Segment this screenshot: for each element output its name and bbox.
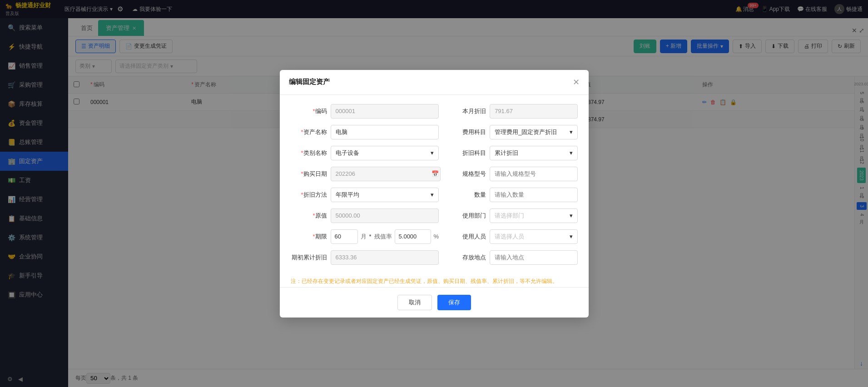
field-department: 使用部门 请选择部门 ▾ xyxy=(450,208,577,223)
residual-rate-unit: % xyxy=(434,233,439,240)
form-col-left: *编码 *资产名称 *类别名称 xyxy=(291,104,439,265)
monthly-dep-input xyxy=(490,104,577,119)
field-initial-dep: 期初累计折旧 xyxy=(291,250,439,265)
field-dep-subject: 折旧科目 累计折旧 ▾ xyxy=(450,146,577,160)
dialog-header: 编辑固定资产 ✕ xyxy=(280,70,589,95)
expense-subject-value: 管理费用_固定资产折旧 xyxy=(495,128,557,136)
dep-method-value: 年限平均 xyxy=(336,191,359,199)
category-label: *类别名称 xyxy=(291,149,327,157)
department-placeholder: 请选择部门 xyxy=(495,212,524,220)
chevron-down-icon2: ▾ xyxy=(431,149,434,156)
initial-dep-label: 期初累计折旧 xyxy=(291,253,327,262)
field-purchase-date: *购买日期 📅 xyxy=(291,167,439,181)
user-placeholder: 请选择人员 xyxy=(495,233,524,241)
monthly-dep-label: 本月折旧 xyxy=(450,107,486,115)
calendar-icon[interactable]: 📅 xyxy=(432,170,439,177)
modal-overlay: 编辑固定资产 ✕ *编码 *资产名称 xyxy=(0,0,868,387)
field-storage: 存放地点 xyxy=(450,250,577,265)
chevron-down-icon5: ▾ xyxy=(570,149,573,156)
dialog-title: 编辑固定资产 xyxy=(289,78,330,86)
user-select[interactable]: 请选择人员 ▾ xyxy=(490,229,577,244)
category-value: 电子设备 xyxy=(336,149,359,157)
quantity-input[interactable] xyxy=(490,188,577,202)
note-text: 注：已经存在变更记录或者对应固定资产已经生成凭证，原值、购买日期、残值率、累计折… xyxy=(291,278,558,284)
asset-name-label: *资产名称 xyxy=(291,128,327,136)
expense-subject-label: 费用科目 xyxy=(450,128,486,136)
category-select[interactable]: 电子设备 ▾ xyxy=(331,146,439,160)
field-asset-name: *资产名称 xyxy=(291,125,439,139)
original-value-label: *原值 xyxy=(291,212,327,220)
asset-name-input[interactable] xyxy=(331,125,439,139)
field-period: *期限 月 * 残值率 % xyxy=(291,229,439,244)
dialog-footer: 取消 保存 xyxy=(280,287,589,318)
original-value-input[interactable] xyxy=(331,208,439,223)
purchase-date-input[interactable] xyxy=(331,167,441,181)
storage-input[interactable] xyxy=(490,250,577,265)
storage-label: 存放地点 xyxy=(450,253,486,262)
dep-subject-value: 累计折旧 xyxy=(495,149,518,157)
dep-subject-select[interactable]: 累计折旧 ▾ xyxy=(490,146,577,160)
field-user: 使用人员 请选择人员 ▾ xyxy=(450,229,577,244)
code-input[interactable] xyxy=(331,104,439,119)
dialog-note: 注：已经存在变更记录或者对应固定资产已经生成凭证，原值、购买日期、残值率、累计折… xyxy=(280,274,589,287)
edit-asset-dialog: 编辑固定资产 ✕ *编码 *资产名称 xyxy=(280,70,589,318)
expense-subject-select[interactable]: 管理费用_固定资产折旧 ▾ xyxy=(490,125,577,139)
form-grid: *编码 *资产名称 *类别名称 xyxy=(291,104,578,265)
residual-rate-label: 残值率 xyxy=(374,233,392,241)
field-monthly-dep: 本月折旧 xyxy=(450,104,577,119)
cancel-button[interactable]: 取消 xyxy=(397,295,432,310)
save-button[interactable]: 保存 xyxy=(437,295,471,310)
initial-dep-input[interactable] xyxy=(331,250,439,265)
dep-method-select[interactable]: 年限平均 ▾ xyxy=(331,188,439,202)
purchase-date-label: *购买日期 xyxy=(291,170,327,178)
department-select[interactable]: 请选择部门 ▾ xyxy=(490,208,577,223)
dep-subject-label: 折旧科目 xyxy=(450,149,486,157)
department-label: 使用部门 xyxy=(450,212,486,220)
field-spec: 规格型号 xyxy=(450,167,577,181)
quantity-label: 数量 xyxy=(450,191,486,199)
chevron-down-icon7: ▾ xyxy=(570,233,573,240)
spec-label: 规格型号 xyxy=(450,170,486,178)
dialog-close-btn[interactable]: ✕ xyxy=(573,77,580,87)
code-label: *编码 xyxy=(291,107,327,115)
dialog-body: *编码 *资产名称 *类别名称 xyxy=(280,95,589,274)
spec-input[interactable] xyxy=(490,167,577,181)
field-category: *类别名称 电子设备 ▾ xyxy=(291,146,439,160)
field-quantity: 数量 xyxy=(450,188,577,202)
field-expense-subject: 费用科目 管理费用_固定资产折旧 ▾ xyxy=(450,125,577,139)
period-label: *期限 xyxy=(291,233,327,241)
chevron-down-icon6: ▾ xyxy=(570,212,573,219)
residual-rate-input[interactable] xyxy=(395,229,431,244)
period-group: 月 * 残值率 % xyxy=(331,229,439,244)
chevron-down-icon3: ▾ xyxy=(431,191,434,198)
form-col-right: 本月折旧 费用科目 管理费用_固定资产折旧 ▾ 折旧科目 累计折旧 xyxy=(450,104,577,265)
user-label: 使用人员 xyxy=(450,233,486,241)
chevron-down-icon4: ▾ xyxy=(570,129,573,135)
field-dep-method: *折旧方法 年限平均 ▾ xyxy=(291,188,439,202)
field-code: *编码 xyxy=(291,104,439,119)
period-input[interactable] xyxy=(331,229,358,244)
dep-method-label: *折旧方法 xyxy=(291,191,327,199)
period-unit: 月 xyxy=(361,233,367,241)
field-original-value: *原值 xyxy=(291,208,439,223)
